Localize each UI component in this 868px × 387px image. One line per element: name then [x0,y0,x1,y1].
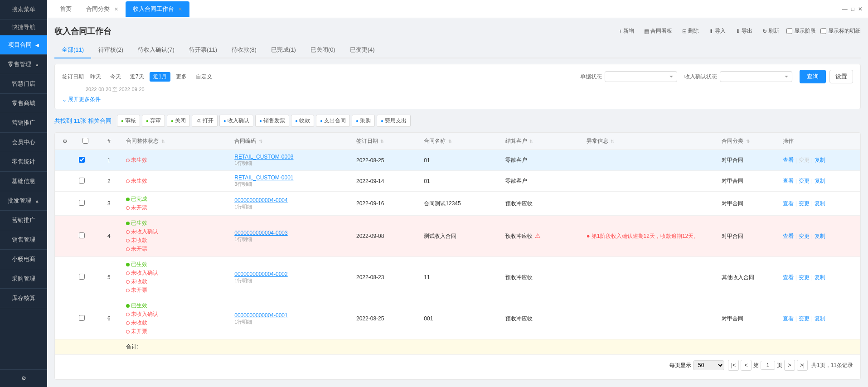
show-stage-checkbox[interactable] [786,28,792,34]
doc-status-select[interactable] [605,71,677,82]
sidebar-item-ecom[interactable]: 小畅电商 [0,250,47,269]
filter-tab-pending-confirm[interactable]: 待收入确认(7) [131,42,182,58]
sidebar-item-retail-shop[interactable]: 零售商城 [0,94,47,113]
row1-check[interactable] [75,150,96,171]
date-pill-more[interactable]: 更多 [172,72,190,82]
row4-view-btn[interactable]: 查看 [783,232,794,240]
filter-tab-pending-review[interactable]: 待审核(2) [91,42,131,58]
tab-contract-cat-close[interactable]: ✕ [114,6,118,12]
close-btn[interactable]: ✕ [858,6,863,12]
row5-copy-btn[interactable]: 复制 [815,274,825,281]
row3-copy-btn[interactable]: 复制 [815,200,825,208]
review-btn[interactable]: ● 审核 [117,115,140,127]
row5-contract-link[interactable]: 0000000000004-0002 [234,271,287,277]
row1-contract-link[interactable]: RETAIL_CUSTOM-0003 [234,154,293,160]
page-next-btn[interactable]: > [784,360,795,371]
sidebar-item-retail-stat[interactable]: 零售统计 [0,152,47,172]
date-pill-last1month[interactable]: 近1月 [150,72,171,82]
sidebar-item-sales-mgmt[interactable]: 销售管理 [0,230,47,250]
row2-view-btn[interactable]: 查看 [783,177,794,185]
date-pill-today[interactable]: 今天 [107,72,125,82]
expense-out-btn[interactable]: ● 支出合同 [316,115,350,127]
date-pill-yesterday[interactable]: 昨天 [87,72,105,82]
cost-out-btn[interactable]: ● 费用支出 [377,115,411,127]
sidebar-item-marketing[interactable]: 营销推广 [0,113,47,133]
import-btn[interactable]: ⬆ 导入 [706,25,728,37]
row3-contract-link[interactable]: 0000000000004-0004 [234,197,287,203]
row4-checkbox[interactable] [79,232,85,238]
row4-contract-link[interactable]: 0000000000004-0003 [234,230,287,236]
row1-copy-btn[interactable]: 复制 [815,156,825,164]
abandon-btn[interactable]: ● 弃审 [142,115,165,127]
kanban-btn[interactable]: ▦ 合同看板 [641,25,675,37]
row5-change-btn[interactable]: 变更 [799,274,810,281]
row2-change-btn[interactable]: 变更 [799,177,810,185]
row6-change-btn[interactable]: 变更 [799,315,810,323]
row1-change-btn[interactable]: 变更 [799,156,810,164]
row5-checkbox[interactable] [79,274,85,280]
col-customer[interactable]: 结算客户 ⇅ [502,133,583,150]
maximize-btn[interactable]: □ [851,6,854,12]
sidebar-item-inventory[interactable]: 库存核算 [0,289,47,308]
tab-home[interactable]: 首页 [53,0,79,18]
row4-change-btn[interactable]: 变更 [799,232,810,240]
page-first-btn[interactable]: |< [728,360,739,371]
row3-check[interactable] [75,192,96,216]
col-overall-status[interactable]: 合同整体状态 ⇅ [122,133,231,150]
receive-btn[interactable]: ● 收款 [291,115,314,127]
row2-checkbox[interactable] [79,178,85,184]
refresh-btn[interactable]: ↻ 刷新 [760,25,782,37]
date-pill-custom[interactable]: 自定义 [192,72,216,82]
print-btn[interactable]: 🖨 打开 [192,115,218,127]
sidebar-item-smart-store[interactable]: 智慧门店 [0,74,47,94]
settings-btn[interactable]: 设置 [829,70,853,83]
filter-tab-closed[interactable]: 已关闭(0) [303,42,343,58]
filter-tab-all[interactable]: 全部(11) [54,42,91,58]
row3-view-btn[interactable]: 查看 [783,200,794,208]
col-exception-info[interactable]: 异常信息 ⇅ [583,133,718,150]
date-pill-last7[interactable]: 近7天 [126,72,148,82]
sidebar-item-project[interactable]: 项目合同 ◀ [0,35,47,55]
filter-tab-changed[interactable]: 已变更(4) [343,42,382,58]
page-input[interactable] [761,361,775,370]
row4-check[interactable] [75,216,96,257]
sidebar-item-basic-info[interactable]: 基础信息 [0,172,47,191]
row1-checkbox[interactable] [79,157,85,163]
sidebar-search[interactable]: 搜索菜单 [0,0,47,19]
page-last-btn[interactable]: >| [797,360,808,371]
expand-btn[interactable]: ⌄ 展开更多条件 [62,96,853,103]
new-btn[interactable]: + 新增 [616,25,637,37]
sidebar-item-purchase[interactable]: 采购管理 [0,269,47,289]
sales-invoice-btn[interactable]: ● 销售发票 [255,115,289,127]
filter-tab-completed[interactable]: 已完成(1) [264,42,303,58]
tab-contract-cat[interactable]: 合同分类 ✕ [79,0,126,18]
sidebar-item-member[interactable]: 会员中心 [0,133,47,152]
search-btn[interactable]: 查询 [800,70,826,83]
income-confirm-btn[interactable]: ● 收入确认 [219,115,253,127]
delete-btn[interactable]: ⊟ 删除 [679,25,702,37]
purchase-btn[interactable]: ● 采购 [352,115,375,127]
row6-contract-link[interactable]: 0000000000004-0001 [234,312,287,319]
col-sign-date[interactable]: 签订日期 ⇅ [353,133,420,150]
filter-tab-pending-payment[interactable]: 待收款(8) [224,42,264,58]
col-contract-name[interactable]: 合同名称 ⇅ [420,133,501,150]
minimize-btn[interactable]: — [842,6,848,12]
sidebar-settings[interactable]: ⚙ [0,369,47,387]
check-all-checkbox[interactable] [82,138,88,144]
sidebar-item-retail-mgmt[interactable]: 零售管理 ▲ [0,55,47,74]
row6-copy-btn[interactable]: 复制 [815,315,825,323]
row3-change-btn[interactable]: 变更 [799,200,810,208]
row3-checkbox[interactable] [79,200,85,206]
page-prev-btn[interactable]: < [741,360,752,371]
sidebar-item-marketing2[interactable]: 营销推广 [0,211,47,230]
tab-income-workbench[interactable]: 收入合同工作台 ✕ [126,1,190,17]
col-contract-code[interactable]: 合同编码 ⇅ [231,133,353,150]
close-action-btn[interactable]: ● 关闭 [167,115,190,127]
col-contract-type[interactable]: 合同分类 ⇅ [718,133,779,150]
row2-check[interactable] [75,171,96,192]
row1-view-btn[interactable]: 查看 [783,156,794,164]
row6-check[interactable] [75,298,96,339]
row5-check[interactable] [75,257,96,298]
row6-view-btn[interactable]: 查看 [783,315,794,323]
col-check-all[interactable] [75,133,96,150]
